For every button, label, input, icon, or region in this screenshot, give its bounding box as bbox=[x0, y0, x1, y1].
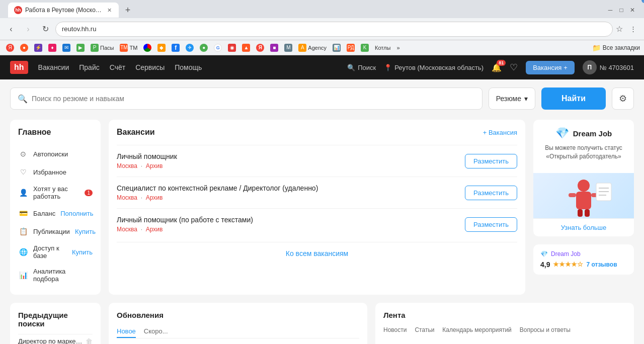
ext14-icon: K bbox=[361, 44, 369, 52]
bookmarks-icon: 📁 bbox=[592, 44, 601, 52]
ext3-icon: ⚡ bbox=[34, 44, 42, 52]
sidebar-title: Главное bbox=[18, 128, 93, 137]
ext-13[interactable]: РД bbox=[345, 43, 357, 53]
balance-link[interactable]: Пополнить bbox=[60, 210, 93, 217]
ext4-icon: ♦ bbox=[48, 44, 56, 52]
search-label: Поиск bbox=[358, 64, 376, 71]
close-button[interactable]: ✕ bbox=[629, 7, 636, 14]
ext-7[interactable]: ● bbox=[198, 43, 210, 53]
updates-tab-new[interactable]: Новое bbox=[117, 325, 136, 338]
search-input[interactable] bbox=[32, 95, 475, 103]
ext-5[interactable]: ▶ bbox=[74, 43, 87, 53]
database-link[interactable]: Купить bbox=[72, 248, 93, 256]
nav-account[interactable]: Счёт bbox=[110, 63, 125, 71]
ext-tm[interactable]: TM ТМ bbox=[118, 43, 139, 53]
active-tab[interactable]: hh Работа в Реутове (Московска… ✕ bbox=[8, 3, 119, 18]
feed-tab-articles[interactable]: Статьи bbox=[415, 325, 434, 334]
all-vacancies-button[interactable]: Ко всем вакансиям bbox=[117, 242, 517, 265]
ext-google[interactable]: G bbox=[212, 43, 224, 53]
ext-8[interactable]: ◉ bbox=[226, 43, 238, 53]
ext-kotly[interactable]: Котлы bbox=[373, 44, 392, 52]
ext-12[interactable]: 📊 bbox=[331, 43, 343, 53]
sidebar-item-analytics[interactable]: 📊 Аналитика подбора bbox=[18, 264, 93, 287]
place-button-2[interactable]: Разместить bbox=[465, 186, 517, 200]
bookmark-icon[interactable]: ☆ bbox=[616, 24, 623, 34]
nav-vacancies[interactable]: Вакансии bbox=[38, 63, 69, 71]
sidebar-item-database[interactable]: 🌐 Доступ к базе Купить bbox=[18, 240, 93, 264]
delete-search-button[interactable]: 🗑 bbox=[86, 337, 93, 344]
ext-10[interactable]: ■ bbox=[268, 43, 280, 53]
sidebar-item-wants-to-work[interactable]: 👤 Хотят у вас работать 1 bbox=[18, 181, 93, 204]
post-vacancy-button[interactable]: Вакансия + bbox=[526, 61, 575, 74]
database-label: Доступ к базе bbox=[33, 244, 67, 260]
feed-tab-qa[interactable]: Вопросы и ответы bbox=[520, 325, 571, 334]
ext-14[interactable]: K bbox=[359, 43, 371, 53]
autopoiski-label: Автопоиски bbox=[33, 150, 68, 158]
ext-facebook[interactable]: f bbox=[170, 43, 182, 53]
reviews-link[interactable]: 7 отзывов bbox=[586, 261, 617, 268]
ext11-icon: M bbox=[284, 44, 292, 52]
tab-close-btn[interactable]: ✕ bbox=[106, 6, 113, 14]
feed-section: Лента Новости Статьи Календарь мероприят… bbox=[375, 303, 634, 344]
filter-button[interactable]: ⚙ bbox=[612, 88, 634, 110]
ext-3[interactable]: ⚡ bbox=[32, 43, 44, 53]
place-button-3[interactable]: Разместить bbox=[465, 217, 517, 232]
sidebar-item-autopoiski[interactable]: ⊙ Автопоиски bbox=[18, 145, 93, 163]
ext10-icon: ■ bbox=[270, 44, 278, 52]
ext13-icon: РД bbox=[347, 44, 355, 52]
ext-2[interactable]: ● bbox=[18, 43, 30, 53]
updates-tab-soon[interactable]: Скоро... bbox=[144, 325, 168, 338]
notifications-button[interactable]: 🔔 81 bbox=[492, 63, 502, 72]
learn-more-button[interactable]: Узнать больше bbox=[533, 218, 634, 236]
vacancy-meta-2: Москва · Архив bbox=[117, 194, 465, 201]
add-vacancy-button[interactable]: + Вакансия bbox=[483, 129, 517, 136]
ext-yandex2[interactable]: Я bbox=[254, 43, 266, 53]
search-box: 🔍 bbox=[10, 88, 482, 110]
address-bar[interactable] bbox=[55, 22, 613, 37]
ext-mail[interactable]: ✉ bbox=[60, 43, 72, 53]
favorites-button[interactable]: ♡ 1 bbox=[510, 62, 518, 73]
sidebar-item-publications[interactable]: 📋 Публикации Купить bbox=[18, 222, 93, 240]
refresh-button[interactable]: ↻ bbox=[38, 22, 52, 36]
hh-logo[interactable]: hh bbox=[10, 61, 28, 74]
ext-yandex[interactable]: Я bbox=[4, 43, 16, 53]
resume-dropdown[interactable]: Резюме ▾ bbox=[489, 88, 535, 110]
feed-tab-news[interactable]: Новости bbox=[383, 325, 407, 334]
back-button[interactable]: ‹ bbox=[4, 22, 18, 36]
nav-price[interactable]: Прайс bbox=[79, 63, 99, 71]
filter-icon: ⚙ bbox=[619, 93, 627, 104]
ext-more[interactable]: » bbox=[394, 44, 401, 52]
ext-6[interactable]: ◆ bbox=[155, 43, 168, 53]
nav-services[interactable]: Сервисы bbox=[135, 63, 165, 71]
ext6-icon: ◆ bbox=[157, 44, 166, 52]
new-tab-button[interactable]: + bbox=[121, 3, 135, 17]
place-button-1[interactable]: Разместить bbox=[465, 154, 517, 168]
search-button[interactable]: 🔍 Поиск bbox=[347, 64, 376, 71]
ext-chrome[interactable] bbox=[141, 43, 153, 53]
ext-9[interactable]: ▲ bbox=[240, 43, 252, 53]
rating-value: 4,9 bbox=[540, 261, 550, 269]
tab-title: Работа в Реутове (Московска… bbox=[25, 7, 103, 14]
favorites-label: Избранное bbox=[33, 168, 66, 176]
publications-link[interactable]: Купить bbox=[75, 228, 96, 235]
feed-tab-events[interactable]: Календарь мероприятий bbox=[442, 325, 511, 334]
ext-11[interactable]: M bbox=[282, 43, 294, 53]
maximize-button[interactable]: □ bbox=[618, 7, 625, 14]
all-bookmarks-label[interactable]: Все закладки bbox=[603, 44, 640, 51]
extensions-button[interactable]: ⋮ bbox=[626, 22, 640, 36]
yandex-icon: Я bbox=[6, 44, 14, 52]
ext-agency[interactable]: A Agency bbox=[296, 43, 329, 53]
ext-telegram[interactable]: ✈ bbox=[184, 43, 196, 53]
user-menu[interactable]: П № 4703601 bbox=[583, 60, 634, 74]
nav-help[interactable]: Помощь bbox=[175, 63, 202, 71]
ext-pasy[interactable]: P Пасы bbox=[89, 43, 116, 53]
sidebar-item-favorites[interactable]: ♡ Избранное bbox=[18, 163, 93, 181]
feed-tabs: Новости Статьи Календарь мероприятий Воп… bbox=[383, 325, 626, 334]
location-button[interactable]: 📍 Реутов (Московская область) bbox=[384, 64, 484, 71]
forward-button[interactable]: › bbox=[21, 22, 35, 36]
sidebar-item-balance[interactable]: 💳 Баланс Пополнить bbox=[18, 204, 93, 222]
find-button[interactable]: Найти bbox=[541, 88, 606, 110]
ext-4[interactable]: ♦ bbox=[46, 43, 58, 53]
svg-rect-2 bbox=[569, 193, 576, 197]
minimize-button[interactable]: ─ bbox=[607, 7, 614, 14]
